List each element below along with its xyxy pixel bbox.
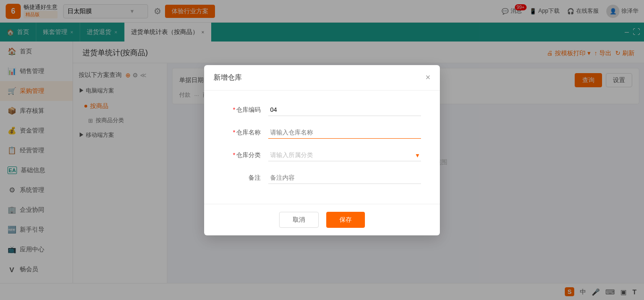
cancel-button[interactable]: 取消 — [279, 212, 319, 228]
modal-title: 新增仓库 — [214, 73, 242, 82]
required-star-code: * — [233, 106, 235, 113]
modal-footer: 取消 保存 — [204, 204, 440, 235]
warehouse-code-input[interactable] — [268, 104, 421, 116]
form-label-name: *仓库名称 — [223, 128, 261, 137]
remark-input[interactable] — [268, 172, 421, 184]
modal-overlay[interactable]: 新增仓库 × *仓库编码 *仓库名称 *仓库分类 — [0, 0, 644, 300]
required-star-category: * — [233, 151, 235, 158]
form-label-category: *仓库分类 — [223, 151, 261, 159]
form-label-remark: 备注 — [223, 174, 261, 182]
form-row-category: *仓库分类 请输入所属分类 ▾ — [223, 149, 421, 161]
modal-dialog: 新增仓库 × *仓库编码 *仓库名称 *仓库分类 — [204, 65, 440, 235]
warehouse-name-input[interactable] — [268, 126, 421, 139]
warehouse-category-wrapper: 请输入所属分类 ▾ — [268, 149, 421, 161]
save-button[interactable]: 保存 — [326, 212, 365, 228]
form-label-code: *仓库编码 — [223, 106, 261, 114]
form-row-remark: 备注 — [223, 172, 421, 184]
form-row-name: *仓库名称 — [223, 126, 421, 139]
warehouse-category-select[interactable]: 请输入所属分类 — [268, 149, 421, 161]
required-star-name: * — [233, 129, 235, 136]
form-row-code: *仓库编码 — [223, 104, 421, 116]
modal-close-button[interactable]: × — [425, 73, 430, 83]
modal-body: *仓库编码 *仓库名称 *仓库分类 请输入所属分类 — [204, 91, 440, 204]
modal-header: 新增仓库 × — [204, 65, 440, 91]
